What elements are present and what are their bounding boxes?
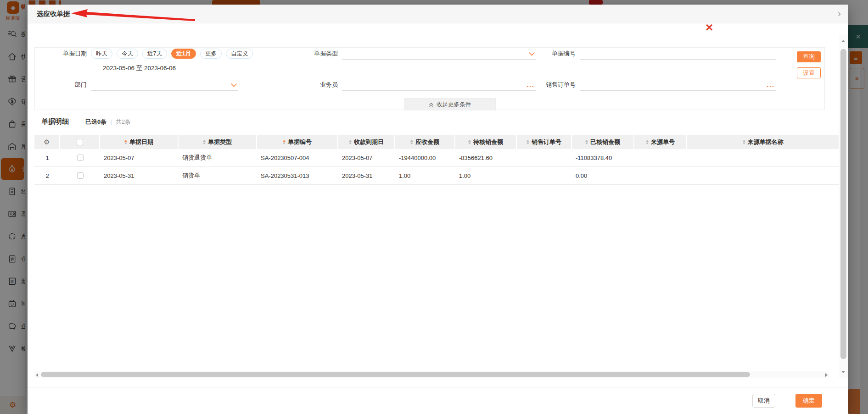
sort-icons[interactable] xyxy=(526,140,529,144)
date-option[interactable]: 今天 xyxy=(117,49,138,59)
close-x-mark[interactable]: × xyxy=(706,21,713,34)
collapse-label: 收起更多条件 xyxy=(437,101,471,109)
select-all-checkbox[interactable] xyxy=(77,139,83,145)
cell: 0.00 xyxy=(572,172,634,179)
column-header-8[interactable]: 已核销金额 xyxy=(572,135,634,149)
column-label: 单据类型 xyxy=(208,138,232,146)
cancel-button[interactable]: 取消 xyxy=(752,394,775,408)
doc-no-input[interactable] xyxy=(580,48,776,60)
double-chevron-up-icon xyxy=(429,102,434,107)
query-button[interactable]: 查询 xyxy=(797,51,821,62)
column-header-7[interactable]: 销售订单号 xyxy=(517,135,572,149)
column-header-9[interactable]: 来源单号 xyxy=(634,135,687,149)
column-header-6[interactable]: 待核销金额 xyxy=(455,135,517,149)
date-option[interactable]: 昨天 xyxy=(91,49,112,59)
scroll-right-icon[interactable] xyxy=(825,373,828,377)
ellipsis-icon[interactable]: ··· xyxy=(767,83,775,90)
sort-icons[interactable] xyxy=(124,140,127,144)
chevron-down-icon xyxy=(231,83,237,87)
sort-icons[interactable] xyxy=(585,140,588,144)
salesman-label: 业务员 xyxy=(286,81,338,89)
vertical-scroll-thumb[interactable] xyxy=(840,49,846,359)
horizontal-scroll-thumb[interactable] xyxy=(41,372,750,377)
column-label: 来源单据名称 xyxy=(748,138,784,146)
dept-label: 部门 xyxy=(35,81,87,89)
date-option[interactable]: 更多 xyxy=(200,49,222,59)
row-number: 1 xyxy=(34,155,60,161)
date-option[interactable]: 近7天 xyxy=(142,49,167,59)
cell: 销货单 xyxy=(179,171,257,180)
filter-doc-no: 单据编号 xyxy=(524,48,776,60)
settings-button[interactable]: 设置 xyxy=(797,67,821,78)
table-row[interactable]: 22023-05-31销货单SA-20230531-0132023-05-311… xyxy=(34,167,839,185)
column-label: 待核销金额 xyxy=(473,138,503,146)
table-body: 12023-05-07销货退货单SA-20230507-0042023-05-0… xyxy=(34,149,839,185)
divider: | xyxy=(110,118,112,125)
date-quick-options: 昨天今天近7天近1月更多自定义 xyxy=(91,49,253,59)
column-label: 单据日期 xyxy=(129,138,153,146)
sales-order-label: 销售订单号 xyxy=(524,81,576,89)
column-header-1[interactable]: 单据日期 xyxy=(100,135,179,149)
column-label: 单据编号 xyxy=(288,138,312,146)
salesman-picker[interactable]: ··· xyxy=(342,79,536,91)
sort-icons[interactable] xyxy=(410,140,413,144)
column-header-2[interactable]: 单据类型 xyxy=(179,135,257,149)
cell: -19440000.00 xyxy=(395,155,455,161)
gear-icon[interactable]: ⚙ xyxy=(44,138,50,146)
row-checkbox-cell xyxy=(60,155,100,161)
date-option[interactable]: 自定义 xyxy=(226,49,253,59)
date-range-value: 2023-05-06 至 2023-06-06 xyxy=(103,64,176,72)
collapse-more-conditions[interactable]: 收起更多条件 xyxy=(404,98,496,110)
vertical-scrollbar[interactable] xyxy=(839,34,848,378)
row-checkbox-cell xyxy=(60,172,100,179)
horizontal-scrollbar[interactable] xyxy=(34,371,829,378)
doc-type-select[interactable] xyxy=(342,48,536,60)
chevron-right-icon[interactable]: › xyxy=(838,8,841,19)
row-checkbox[interactable] xyxy=(77,172,84,179)
sort-icons[interactable] xyxy=(203,140,206,144)
doc-type-label: 单据类型 xyxy=(286,50,338,58)
selected-count: 已选0条 xyxy=(85,118,106,126)
modal-header: 选应收单据 › xyxy=(28,5,848,23)
scroll-down-icon[interactable] xyxy=(841,371,845,373)
doc-no-label: 单据编号 xyxy=(524,50,576,58)
modal-title: 选应收单据 xyxy=(37,5,70,23)
sort-icons[interactable] xyxy=(283,140,286,144)
list-section-header: 单据明细 已选0条 | 共2条 xyxy=(41,117,131,126)
row-checkbox[interactable] xyxy=(77,155,84,161)
cell: SA-20230531-013 xyxy=(257,172,338,179)
scroll-left-icon[interactable] xyxy=(36,373,38,377)
list-title: 单据明细 xyxy=(41,117,69,126)
date-option[interactable]: 近1月 xyxy=(171,49,196,59)
cell: 2023-05-31 xyxy=(338,172,395,179)
sort-icons[interactable] xyxy=(646,140,649,144)
sales-order-picker[interactable]: ··· xyxy=(580,79,776,91)
sort-icons[interactable] xyxy=(349,140,352,144)
table-settings-cell[interactable]: ⚙ xyxy=(34,135,60,149)
cell: 2023-05-31 xyxy=(100,172,179,179)
column-header-5[interactable]: 应收金额 xyxy=(395,135,455,149)
column-header-4[interactable]: 收款到期日 xyxy=(338,135,395,149)
table-header-row: ⚙单据日期单据类型单据编号收款到期日应收金额待核销金额销售订单号已核销金额来源单… xyxy=(34,135,839,149)
filter-buttons: 查询 设置 xyxy=(797,51,821,78)
column-header-3[interactable]: 单据编号 xyxy=(257,135,338,149)
cell: 1.00 xyxy=(455,172,517,179)
sort-icons[interactable] xyxy=(468,140,471,144)
column-label: 来源单号 xyxy=(651,138,675,146)
column-header-10[interactable]: 来源单据名称 xyxy=(687,135,839,149)
doc-date-label: 单据日期 xyxy=(35,50,87,58)
cell: -11083378.40 xyxy=(572,155,634,161)
dept-select[interactable] xyxy=(91,79,238,91)
table-row[interactable]: 12023-05-07销货退货单SA-20230507-0042023-05-0… xyxy=(34,149,839,167)
cell: SA-20230507-004 xyxy=(257,155,338,161)
red-arrow-annotation xyxy=(71,9,196,22)
column-label: 收款到期日 xyxy=(354,138,384,146)
filter-dept: 部门 xyxy=(35,79,238,91)
sort-icons[interactable] xyxy=(743,140,745,144)
select-all-cell xyxy=(60,135,100,149)
cell: 2023-05-07 xyxy=(100,155,179,161)
confirm-button[interactable]: 确定 xyxy=(795,394,822,408)
cell: 2023-05-07 xyxy=(338,155,395,161)
column-label: 销售订单号 xyxy=(532,138,561,146)
scroll-up-icon[interactable] xyxy=(841,40,845,42)
